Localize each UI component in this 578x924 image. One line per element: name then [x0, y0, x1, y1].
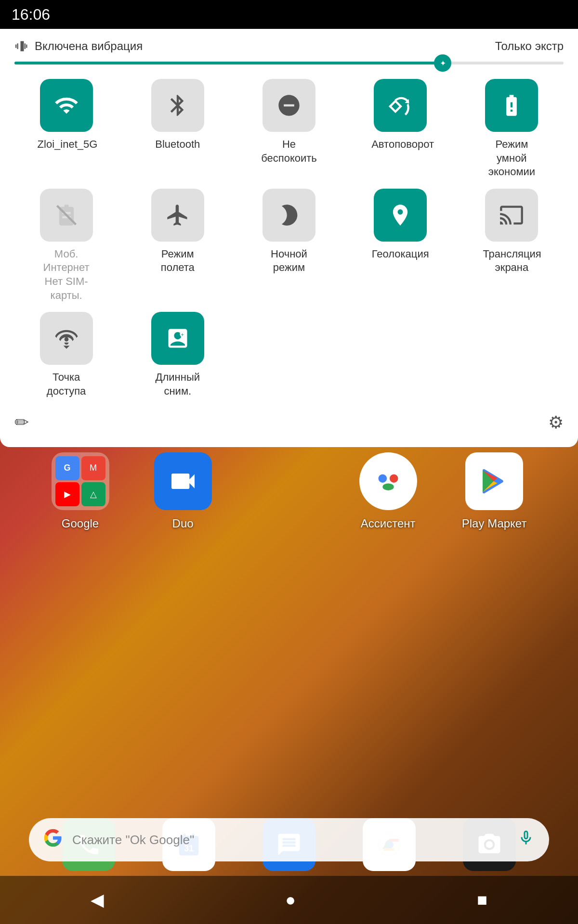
airplane-icon	[151, 189, 204, 242]
bluetooth-icon	[151, 79, 204, 132]
notif-right-text: Только экстр	[495, 39, 564, 53]
assistant-icon	[359, 452, 417, 510]
tile-battery[interactable]: Режим умной экономии	[460, 79, 564, 179]
vibration-icon	[14, 38, 30, 54]
screenshot-icon: +	[151, 312, 204, 365]
tile-airplane[interactable]: Режим полета	[126, 189, 229, 302]
home-screen: G M ▶ △ Google Duo	[0, 424, 578, 876]
tile-night[interactable]: Ночной режим	[237, 189, 341, 302]
tile-mobile[interactable]: Моб. Интернет Нет SIM-карты.	[14, 189, 118, 302]
tile-cast[interactable]: Трансляция экрана	[460, 189, 564, 302]
nav-back-button[interactable]: ◀	[71, 885, 123, 915]
tile-screenshot-label: Длинный сним.	[149, 371, 207, 398]
mobile-icon	[40, 189, 93, 242]
quick-settings-panel: Включена вибрация Только экстр Zloi_inet…	[0, 29, 578, 447]
tile-mobile-label: Моб. Интернет Нет SIM-карты.	[38, 247, 95, 302]
tile-dnd-label: Не беспокоить	[260, 138, 318, 165]
svg-point-3	[374, 467, 402, 495]
app-duo-label: Duo	[172, 517, 194, 530]
app-playmarket[interactable]: Play Маркет	[462, 452, 527, 530]
navigation-bar: ◀ ● ■	[0, 876, 578, 924]
quick-tiles-grid: Zloi_inet_5G Bluetooth Не беспокоить	[14, 79, 564, 398]
tile-location[interactable]: Геолокация	[349, 189, 452, 302]
sub-drive: △	[81, 482, 105, 507]
tile-screenshot[interactable]: + Длинный сним.	[126, 312, 229, 398]
brightness-fill	[14, 62, 443, 64]
night-icon	[263, 189, 315, 242]
nav-recents-button[interactable]: ■	[458, 885, 507, 915]
brightness-slider[interactable]	[14, 62, 564, 64]
tile-cast-label: Трансляция экрана	[483, 247, 540, 275]
sub-youtube: ▶	[55, 482, 79, 507]
svg-point-5	[390, 474, 398, 483]
tile-wifi[interactable]: Zloi_inet_5G	[14, 79, 118, 179]
tile-location-label: Геолокация	[372, 247, 429, 261]
notification-bar: Включена вибрация Только экстр	[14, 38, 564, 54]
tile-wifi-label: Zloi_inet_5G	[38, 138, 95, 152]
search-bar[interactable]: Скажите "Ok Google"	[29, 818, 549, 861]
status-bar: 16:06	[0, 0, 578, 29]
qs-bottom-bar: ✏ ⚙	[14, 408, 564, 433]
sub-gmail: M	[81, 456, 105, 480]
edit-button[interactable]: ✏	[14, 412, 29, 433]
playmarket-icon	[465, 452, 523, 510]
nav-home-button[interactable]: ●	[266, 885, 315, 915]
app-duo[interactable]: Duo	[154, 452, 212, 530]
cast-icon	[485, 189, 538, 242]
wifi-icon	[40, 79, 93, 132]
tile-battery-label: Режим умной экономии	[483, 138, 540, 179]
search-placeholder: Скажите "Ok Google"	[72, 833, 508, 847]
tile-hotspot-label: Точка доступа	[38, 371, 95, 398]
app-row-1: G M ▶ △ Google Duo	[29, 452, 549, 530]
time-display: 16:06	[12, 6, 50, 24]
autorotate-icon	[374, 79, 427, 132]
svg-point-6	[382, 483, 394, 490]
app-google-label: Google	[62, 517, 99, 530]
brightness-thumb	[434, 54, 451, 72]
app-assistant[interactable]: Ассистент	[359, 452, 417, 530]
svg-point-4	[378, 474, 387, 483]
mic-icon[interactable]	[517, 829, 535, 851]
svg-text:+: +	[181, 332, 184, 337]
battery-icon	[485, 79, 538, 132]
tile-airplane-label: Режим полета	[149, 247, 207, 275]
tile-hotspot[interactable]: Точка доступа	[14, 312, 118, 398]
tile-bluetooth[interactable]: Bluetooth	[126, 79, 229, 179]
hotspot-icon	[40, 312, 93, 365]
dnd-icon	[263, 79, 315, 132]
duo-icon	[154, 452, 212, 510]
brightness-track	[14, 62, 564, 64]
notif-left: Включена вибрация	[14, 38, 143, 54]
location-icon	[374, 189, 427, 242]
app-playmarket-label: Play Маркет	[462, 517, 527, 530]
app-google-folder[interactable]: G M ▶ △ Google	[52, 452, 109, 530]
google-logo	[43, 828, 63, 852]
tile-autorotate[interactable]: Автоповорот	[349, 79, 452, 179]
tile-night-label: Ночной режим	[260, 247, 318, 275]
google-folder-icon: G M ▶ △	[52, 452, 109, 510]
tile-dnd[interactable]: Не беспокоить	[237, 79, 341, 179]
sub-google: G	[55, 456, 79, 480]
tile-autorotate-label: Автоповорот	[371, 138, 429, 152]
vibration-text: Включена вибрация	[35, 39, 143, 53]
settings-button[interactable]: ⚙	[548, 412, 564, 433]
tile-bluetooth-label: Bluetooth	[155, 138, 200, 152]
app-assistant-label: Ассистент	[361, 517, 416, 530]
